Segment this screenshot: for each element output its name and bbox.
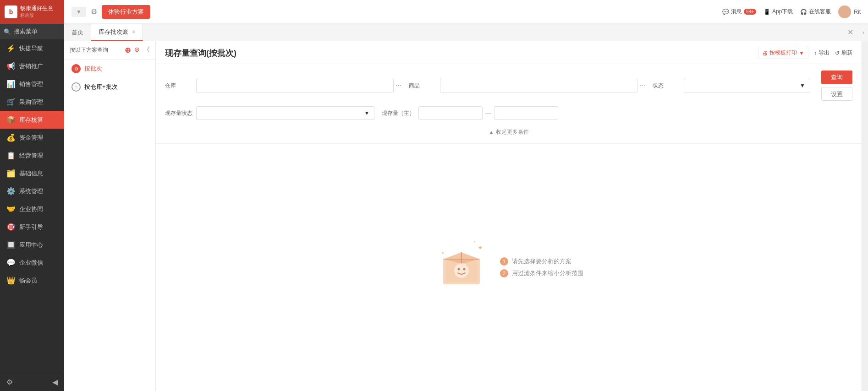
stock-qty-label: 现存量（主） xyxy=(382,109,415,117)
print-button[interactable]: 🖨 按模板打印 ▼ xyxy=(758,47,808,59)
plan-item-by-warehouse-batch[interactable]: ⊙ 按仓库+批次 xyxy=(64,78,155,96)
status-filter-select[interactable]: ▼ xyxy=(684,79,810,92)
service-icon: 🎧 xyxy=(800,9,807,15)
messages-badge: 99+ xyxy=(744,9,756,15)
search-menu[interactable]: 🔍 搜索菜单 xyxy=(0,24,64,39)
print-dropdown-icon[interactable]: ▼ xyxy=(799,50,804,56)
set-button[interactable]: 设置 xyxy=(821,87,852,101)
warehouse-dots-icon[interactable]: ··· xyxy=(396,81,401,90)
purchase-icon: 🛒 xyxy=(6,98,16,106)
sidebar-footer: ⚙ ◀ xyxy=(0,373,64,391)
sidebar-header: b 畅康通好生意 标准版 xyxy=(0,0,64,24)
sidebar-item-label: 基础信息 xyxy=(19,169,43,178)
collapse-label: 收起更多条件 xyxy=(496,128,529,136)
sidebar-item-finance[interactable]: 💰 资金管理 xyxy=(0,129,64,147)
app-name: 畅康通好生意 xyxy=(20,5,53,12)
sidebar-item-inventory[interactable]: 📦 库存核算 xyxy=(0,111,64,129)
add-plan-icon[interactable]: ⊕ xyxy=(125,46,131,54)
tip-num-2: 2 xyxy=(500,269,508,277)
sidebar-item-marketing[interactable]: 📢 营销推广 xyxy=(0,57,64,75)
online-service-button[interactable]: 🎧 在线客服 xyxy=(800,8,831,16)
warehouse-filter-label: 仓库 xyxy=(165,82,192,90)
quick-nav-icon: ⚡ xyxy=(6,44,16,53)
filter-area: 仓库 ··· 商品 ··· 状态 ▼ xyxy=(156,64,862,144)
sidebar-item-label: 资金管理 xyxy=(19,134,43,142)
sidebar-item-member[interactable]: 👑 畅会员 xyxy=(0,272,64,289)
sidebar-item-guide[interactable]: 🎯 新手引导 xyxy=(0,218,64,236)
collapse-sidebar-icon[interactable]: ◀ xyxy=(52,378,58,386)
tab-inventory-batch[interactable]: 库存批次账 × xyxy=(91,24,143,41)
tip-text-2: 用过滤条件来缩小分析范围 xyxy=(512,269,583,277)
collapse-filters-button[interactable]: ▲ 收起更多条件 xyxy=(165,125,852,137)
sidebar-item-label: 营销推广 xyxy=(19,62,43,71)
goods-dots-icon[interactable]: ··· xyxy=(639,81,645,90)
settings-plan-icon[interactable]: ⊛ xyxy=(134,46,140,54)
user-profile[interactable]: Rit xyxy=(838,5,861,18)
print-icon: 🖨 xyxy=(762,50,768,56)
collapse-panel-icon[interactable]: 《 xyxy=(143,46,150,54)
warehouse-filter-input[interactable] xyxy=(196,79,394,92)
tab-home-label: 首页 xyxy=(71,28,83,37)
sidebar-item-quick-nav[interactable]: ⚡ 快捷导航 xyxy=(0,39,64,57)
left-panel-header: 按以下方案查询 ⊕ ⊛ 《 xyxy=(64,41,155,60)
empty-state: ✦ ✦ ✦ 1 请先选择要分析的方案 2 用过滤条件来缩小分析范围 xyxy=(156,144,862,391)
sidebar-item-enterprise[interactable]: 🤝 企业协同 xyxy=(0,200,64,218)
svg-text:✦: ✦ xyxy=(473,240,476,244)
sidebar-item-label: 企业协同 xyxy=(19,205,43,213)
stock-status-select[interactable]: ▼ xyxy=(196,106,374,120)
goods-filter-label: 商品 xyxy=(409,82,436,90)
search-menu-label: 搜索菜单 xyxy=(14,27,38,36)
tabs-bar: 首页 库存批次账 × ✕ › xyxy=(64,24,868,41)
empty-tips: 1 请先选择要分析的方案 2 用过滤条件来缩小分析范围 xyxy=(500,257,583,277)
left-panel-title: 按以下方案查询 xyxy=(70,46,108,54)
marketing-icon: 📢 xyxy=(6,62,16,71)
goods-filter-field: 商品 ··· xyxy=(409,79,645,92)
sidebar-item-purchase[interactable]: 🛒 采购管理 xyxy=(0,93,64,111)
sidebar-item-app-center[interactable]: 🔲 应用中心 xyxy=(0,236,64,254)
svg-point-7 xyxy=(463,268,466,271)
plan-item-by-batch[interactable]: ⚙ 按批次 xyxy=(64,60,155,78)
empty-illustration: ✦ ✦ ✦ xyxy=(434,236,489,291)
tip-num-1: 1 xyxy=(500,257,508,266)
sidebar-item-wechat[interactable]: 💬 企业微信 xyxy=(0,254,64,272)
sidebar-item-system[interactable]: ⚙️ 系统管理 xyxy=(0,182,64,200)
filter-collapse-row: ▲ 收起更多条件 xyxy=(165,125,852,137)
export-button[interactable]: ↑ 导出 xyxy=(814,49,830,57)
right-panel: 现存量查询(按批次) 🖨 按模板打印 ▼ ↑ 导出 ↺ 刷新 xyxy=(156,41,862,391)
message-icon: 💬 xyxy=(722,9,729,15)
gear-icon[interactable]: ⚙ xyxy=(91,7,97,16)
tabs-scroll-right[interactable]: › xyxy=(859,29,868,36)
messages-button[interactable]: 💬 消息 99+ xyxy=(722,8,756,16)
stock-qty-max-input[interactable] xyxy=(494,106,558,120)
tab-close-icon[interactable]: × xyxy=(132,29,135,35)
stock-qty-min-input[interactable] xyxy=(418,106,483,120)
plan-label-by-warehouse-batch: 按仓库+批次 xyxy=(84,83,118,91)
goods-filter-input[interactable] xyxy=(440,79,637,92)
stock-status-filter-field: 现存量状态 ▼ xyxy=(165,106,374,120)
tab-home[interactable]: 首页 xyxy=(64,24,91,41)
app-center-icon: 🔲 xyxy=(6,240,16,249)
app-download-label: App下载 xyxy=(772,8,793,16)
status-dropdown-icon: ▼ xyxy=(800,82,805,89)
status-filter-label: 状态 xyxy=(653,82,680,90)
refresh-button[interactable]: ↺ 刷新 xyxy=(835,49,852,57)
sidebar-item-label: 快捷导航 xyxy=(19,44,43,53)
sidebar-item-basic[interactable]: 🗂️ 基础信息 xyxy=(0,164,64,182)
app-logo: b xyxy=(5,5,17,18)
app-download-button[interactable]: 📱 App下载 xyxy=(764,8,793,16)
finance-icon: 💰 xyxy=(6,133,16,142)
tab-active-label: 库存批次账 xyxy=(99,28,128,36)
settings-footer-icon[interactable]: ⚙ xyxy=(6,378,13,386)
sidebar-item-sales[interactable]: 📊 销售管理 xyxy=(0,75,64,93)
tip-text-1: 请先选择要分析的方案 xyxy=(512,257,571,266)
trial-button[interactable]: 体验行业方案 xyxy=(102,5,150,19)
tabs-close-all-button[interactable]: ✕ xyxy=(842,28,859,37)
online-service-label: 在线客服 xyxy=(809,8,831,16)
refresh-label: 刷新 xyxy=(841,49,852,57)
page-content: 按以下方案查询 ⊕ ⊛ 《 ⚙ 按批次 ⊙ 按仓库+批次 现存量查询(按批次) xyxy=(64,41,868,391)
sidebar-item-operation[interactable]: 📋 经营管理 xyxy=(0,147,64,164)
inventory-icon: 📦 xyxy=(6,115,16,124)
breadcrumb: ▼ xyxy=(71,7,86,17)
basic-icon: 🗂️ xyxy=(6,169,16,178)
query-button[interactable]: 查询 xyxy=(821,71,852,84)
